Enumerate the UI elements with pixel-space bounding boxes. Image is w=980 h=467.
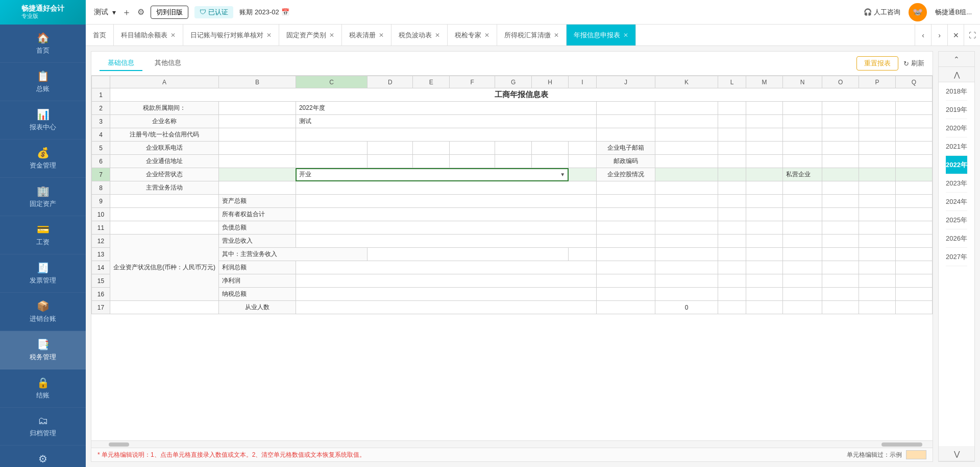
cell-2-M[interactable] [746, 102, 782, 115]
cell-9-Q[interactable] [895, 195, 932, 208]
cell-9-J[interactable] [596, 195, 655, 208]
cell-6-Q[interactable] [895, 155, 932, 168]
cell-12-N[interactable] [782, 235, 822, 248]
cell-6-A[interactable]: 企业通信地址 [110, 155, 219, 168]
cell-6-J[interactable]: 邮政编码 [596, 155, 655, 168]
cell-12-B[interactable]: 营业总收入 [219, 235, 296, 248]
cell-9-C[interactable] [296, 195, 596, 208]
cell-9-P[interactable] [859, 195, 896, 208]
cell-11-A[interactable] [110, 221, 219, 235]
cell-11-L[interactable] [718, 221, 746, 235]
cell-13-D[interactable] [368, 248, 569, 261]
cell-10-O[interactable] [822, 208, 859, 221]
cell-9-M[interactable] [746, 195, 782, 208]
col-header-A[interactable]: A [110, 76, 219, 88]
cell-2-J[interactable] [596, 102, 655, 115]
cell-4-N[interactable] [782, 128, 822, 142]
cell-3-M[interactable] [746, 115, 782, 128]
cell-15-O[interactable] [822, 274, 859, 288]
col-header-J[interactable]: J [596, 76, 655, 88]
cell-2-K[interactable] [655, 102, 718, 115]
sidebar-item-固定资产[interactable]: 🏢固定资产 [0, 178, 86, 216]
year-up-button[interactable]: ⌃ [939, 52, 974, 67]
cell-5-K[interactable] [655, 142, 718, 155]
cell-5-I[interactable] [569, 142, 597, 155]
cell-8-Q[interactable] [895, 181, 932, 195]
cell-10-J[interactable] [596, 208, 655, 221]
cell-14-P[interactable] [859, 261, 896, 274]
year-up2-button[interactable]: ⋀ [939, 67, 974, 82]
cell-7-N[interactable]: 私营企业 [782, 168, 822, 181]
cell-4-A[interactable]: 注册号/统一社会信用代码 [110, 128, 219, 142]
cell-6-K[interactable] [655, 155, 718, 168]
cell-4-Q[interactable] [895, 128, 932, 142]
cell-17-B[interactable]: 从业人数 [219, 301, 296, 314]
cell-6-O[interactable] [822, 155, 859, 168]
cell-11-J[interactable] [596, 221, 655, 235]
col-header-C[interactable]: C [296, 76, 367, 88]
h-scrollbar[interactable] [91, 440, 933, 448]
col-header-H[interactable]: H [532, 76, 569, 88]
sidebar-item-税务管理[interactable]: 📑税务管理 [0, 331, 86, 369]
col-header-P[interactable]: P [859, 76, 896, 88]
cell-3-P[interactable] [859, 115, 896, 128]
cell-14-B[interactable]: 利润总额 [219, 261, 296, 274]
cell-16-Q[interactable] [895, 288, 932, 301]
cell-6-I[interactable] [569, 155, 597, 168]
cell-5-C[interactable] [296, 142, 367, 155]
tab-close-6[interactable]: ✕ [484, 32, 489, 39]
cell-5-F[interactable] [450, 142, 495, 155]
switch-button[interactable]: 切到旧版 [151, 6, 188, 19]
cell-12-K[interactable] [655, 235, 718, 248]
cell-10-K[interactable] [655, 208, 718, 221]
cell-2-B[interactable] [219, 102, 296, 115]
cell-10-M[interactable] [746, 208, 782, 221]
tab-other-info[interactable]: 其他信息 [146, 56, 189, 71]
cell-5-O[interactable] [822, 142, 859, 155]
year-item-2026年[interactable]: 2026年 [946, 229, 967, 248]
col-header-B[interactable]: B [219, 76, 296, 88]
col-header-O[interactable]: O [822, 76, 859, 88]
cell-16-K[interactable] [655, 288, 718, 301]
cell-13-J[interactable] [596, 248, 655, 261]
cell-17-P[interactable] [859, 301, 896, 314]
cell-6-D[interactable] [368, 155, 413, 168]
cell-14-M[interactable] [746, 261, 782, 274]
cell-14-C[interactable] [296, 261, 596, 274]
cell-6-H[interactable] [532, 155, 569, 168]
cell-2-Q[interactable] [895, 102, 932, 115]
col-header-D[interactable]: D [368, 76, 413, 88]
cell-11-C[interactable] [296, 221, 596, 235]
cell-13-C[interactable]: 其中：主营业务收入 [219, 248, 368, 261]
cell-15-J[interactable] [596, 274, 655, 288]
cell-12-M[interactable] [746, 235, 782, 248]
cell-6-M[interactable] [746, 155, 782, 168]
cell-8-J[interactable] [596, 181, 655, 195]
cell-2-L[interactable] [718, 102, 746, 115]
year-down-button[interactable]: ⋁ [939, 446, 974, 461]
sidebar-item-进销台账[interactable]: 📦进销台账 [0, 293, 86, 331]
cell-17-A[interactable] [110, 301, 219, 314]
cell-9-L[interactable] [718, 195, 746, 208]
cell-7-A[interactable]: 企业经营状态 [110, 168, 219, 181]
sidebar-item-结账[interactable]: 🔒结账 [0, 369, 86, 408]
cell-4-J[interactable] [596, 128, 655, 142]
cell-6-G[interactable] [495, 155, 532, 168]
cell-11-B[interactable]: 负债总额 [219, 221, 296, 235]
cell-10-P[interactable] [859, 208, 896, 221]
cell-7-Q[interactable] [895, 168, 932, 181]
cell-12-Q[interactable] [895, 235, 932, 248]
cell-16-L[interactable] [718, 288, 746, 301]
col-header-Q[interactable]: Q [895, 76, 932, 88]
cell-8-K[interactable] [655, 181, 718, 195]
cell-5-E[interactable] [413, 142, 450, 155]
sidebar-item-发票管理[interactable]: 🧾发票管理 [0, 254, 86, 293]
cell-14-L[interactable] [718, 261, 746, 274]
cell-11-N[interactable] [782, 221, 822, 235]
cell-15-M[interactable] [746, 274, 782, 288]
cell-7-M[interactable] [746, 168, 782, 181]
year-item-2025年[interactable]: 2025年 [946, 211, 967, 229]
tab-1[interactable]: 科目辅助余额表✕ [114, 25, 183, 46]
cell-11-O[interactable] [822, 221, 859, 235]
cell-2-P[interactable] [859, 102, 896, 115]
